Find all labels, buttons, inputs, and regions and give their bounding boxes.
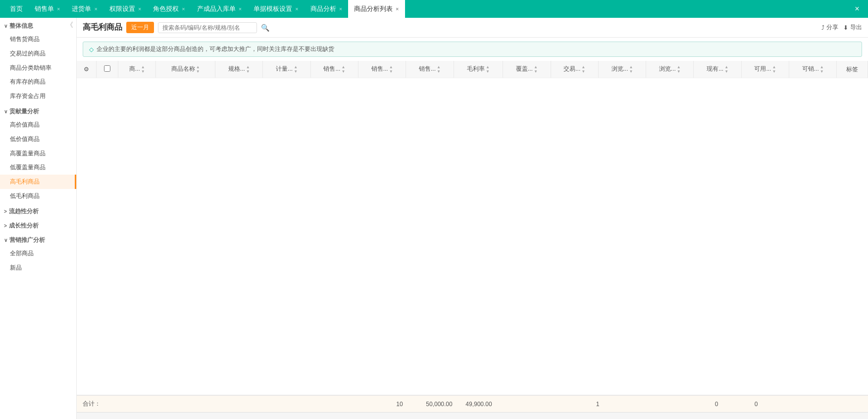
close-tab-icon[interactable]: × — [339, 6, 342, 12]
nav-item[interactable]: 商品分析× — [305, 0, 348, 18]
footer-cell — [776, 401, 816, 408]
nav-item[interactable]: 权限设置× — [103, 0, 147, 18]
sidebar-group: ∨贡献量分析高价值商品低价值商品高覆盖量商品低覆盖量商品高毛利商品低毛利商品 — [0, 103, 76, 203]
sidebar-item[interactable]: 高覆盖量商品 — [0, 146, 76, 161]
sidebar-item[interactable]: 交易过的商品 — [0, 47, 76, 61]
data-table-container[interactable]: ⚙商...▲▼商品名称▲▼规格...▲▼计量...▲▼销售...▲▼销售...▲… — [77, 61, 868, 395]
sidebar-item[interactable]: 新品 — [0, 261, 76, 275]
sidebar-item[interactable]: 库存资金占用 — [0, 89, 76, 103]
sidebar-group-title[interactable]: ∨整体信息 — [0, 18, 76, 32]
sort-icon: ▲▼ — [581, 65, 585, 74]
close-tab-icon[interactable]: × — [138, 6, 141, 12]
footer-cell: 10 — [380, 401, 419, 408]
close-tab-icon[interactable]: × — [295, 6, 298, 12]
table-column-header[interactable]: 毛利率▲▼ — [454, 61, 503, 78]
footer-cell: 50,000.00 — [419, 401, 459, 408]
nav-item[interactable]: 进货单× — [66, 0, 103, 18]
data-table: ⚙商...▲▼商品名称▲▼规格...▲▼计量...▲▼销售...▲▼销售...▲… — [77, 61, 868, 78]
table-column-header — [97, 61, 118, 78]
table-column-header[interactable]: 浏览...▲▼ — [646, 61, 694, 78]
footer-cell — [182, 401, 221, 408]
sidebar-item[interactable]: 高毛利商品 — [0, 175, 76, 189]
scrollbar[interactable] — [77, 412, 868, 419]
nav-item[interactable]: 销售单× — [29, 0, 66, 18]
sidebar-item[interactable]: 销售货商品 — [0, 32, 76, 47]
close-tab-icon[interactable]: × — [239, 6, 242, 12]
sidebar-item[interactable]: 低覆盖量商品 — [0, 160, 76, 175]
table-column-header[interactable]: 商品名称▲▼ — [156, 61, 215, 78]
share-icon: ⤴ — [821, 24, 824, 31]
sidebar-group-title[interactable]: >成长性分析 — [0, 218, 76, 232]
table-column-header[interactable]: 可用...▲▼ — [741, 61, 789, 78]
sidebar-item[interactable]: 低毛利商品 — [0, 189, 76, 203]
main-content: 高毛利商品 近一月 🔍 ⤴ 分享 ⬇ 导出 ◇ 企业 — [77, 18, 868, 419]
sort-icon: ▲▼ — [677, 65, 681, 74]
page-title: 高毛利商品 — [83, 22, 122, 33]
table-column-header[interactable]: 规格...▲▼ — [215, 61, 263, 78]
nav-item[interactable]: 商品分析列表× — [348, 0, 405, 18]
close-tab-icon[interactable]: × — [57, 6, 60, 12]
search-input[interactable] — [158, 22, 257, 33]
sidebar-group-title[interactable]: ∨营销推广分析 — [0, 232, 76, 246]
footer-label: 合计： — [83, 400, 182, 408]
table-column-header[interactable]: 覆盖...▲▼ — [503, 61, 551, 78]
sidebar-group-arrow-icon: > — [4, 223, 7, 229]
footer-cell: 1 — [578, 401, 617, 408]
sidebar-group-arrow-icon: ∨ — [4, 23, 7, 29]
sidebar-group: >成长性分析 — [0, 218, 76, 232]
table-column-header[interactable]: 计量...▲▼ — [263, 61, 310, 78]
footer-cells: 1050,000.0049,900.00100 — [182, 401, 862, 408]
sidebar-group-title[interactable]: ∨贡献量分析 — [0, 103, 76, 118]
sidebar-item[interactable]: 高价值商品 — [0, 118, 76, 132]
footer-cell — [301, 401, 340, 408]
export-button[interactable]: ⬇ 导出 — [843, 23, 862, 32]
info-banner: ◇ 企业的主要的利润都是这部分商品创造的，可考虑加大推广，同时关注库存是不要出现… — [83, 42, 862, 57]
table-column-header[interactable]: 销售...▲▼ — [406, 61, 454, 78]
sidebar-item[interactable]: 全部商品 — [0, 246, 76, 261]
sidebar-group-title[interactable]: >流趋性分析 — [0, 203, 76, 218]
filter-period-button[interactable]: 近一月 — [126, 22, 154, 33]
sidebar-collapse-button[interactable]: 《 — [66, 21, 73, 30]
close-tab-icon[interactable]: × — [94, 6, 97, 12]
select-all-checkbox[interactable] — [104, 65, 110, 72]
nav-item[interactable]: 角色授权× — [147, 0, 191, 18]
table-column-header[interactable]: 商...▲▼ — [118, 61, 156, 78]
search-button[interactable]: 🔍 — [261, 24, 269, 32]
sidebar-group: ∨营销推广分析全部商品新品 — [0, 232, 76, 275]
close-all-button[interactable]: × — [850, 2, 864, 16]
sidebar-item[interactable]: 低价值商品 — [0, 132, 76, 146]
table-column-header[interactable]: 浏览...▲▼ — [598, 61, 646, 78]
sort-icon: ▲▼ — [437, 65, 441, 74]
nav-item[interactable]: 产成品入库单× — [191, 0, 248, 18]
table-column-header[interactable]: 交易...▲▼ — [551, 61, 598, 78]
sidebar-item[interactable]: 有库存的商品 — [0, 75, 76, 89]
table-column-header[interactable]: 可销...▲▼ — [789, 61, 837, 78]
sort-icon: ▲▼ — [486, 65, 490, 74]
sidebar-group: >流趋性分析 — [0, 203, 76, 218]
footer-cell — [657, 401, 697, 408]
sidebar-item[interactable]: 商品分类助销率 — [0, 61, 76, 75]
footer-cell — [261, 401, 301, 408]
info-text: 企业的主要的利润都是这部分商品创造的，可考虑加大推广，同时关注库存是不要出现缺货 — [97, 45, 334, 53]
footer-cell: 49,900.00 — [459, 401, 499, 408]
sort-icon: ▲▼ — [294, 65, 298, 74]
footer-cell: 0 — [736, 401, 776, 408]
sort-icon: ▲▼ — [389, 65, 393, 74]
sort-icon: ▲▼ — [341, 65, 345, 74]
footer-summary: 合计： 1050,000.0049,900.00100 — [77, 395, 868, 412]
table-column-header: 标签 — [837, 61, 868, 78]
sort-icon: ▲▼ — [196, 65, 200, 74]
share-button[interactable]: ⤴ 分享 — [821, 23, 838, 32]
close-tab-icon[interactable]: × — [182, 6, 185, 12]
nav-item[interactable]: 首页 — [4, 0, 29, 18]
export-icon: ⬇ — [843, 24, 848, 31]
content-header: 高毛利商品 近一月 🔍 ⤴ 分享 ⬇ 导出 — [77, 18, 868, 38]
table-column-header[interactable]: 现有...▲▼ — [694, 61, 741, 78]
nav-item[interactable]: 单据模板设置× — [248, 0, 304, 18]
sort-icon: ▲▼ — [724, 65, 728, 74]
sidebar-group-arrow-icon: ∨ — [4, 109, 7, 114]
close-tab-icon[interactable]: × — [396, 6, 399, 12]
footer-cell — [538, 401, 578, 408]
table-column-header[interactable]: 销售...▲▼ — [310, 61, 358, 78]
table-column-header[interactable]: 销售...▲▼ — [358, 61, 406, 78]
